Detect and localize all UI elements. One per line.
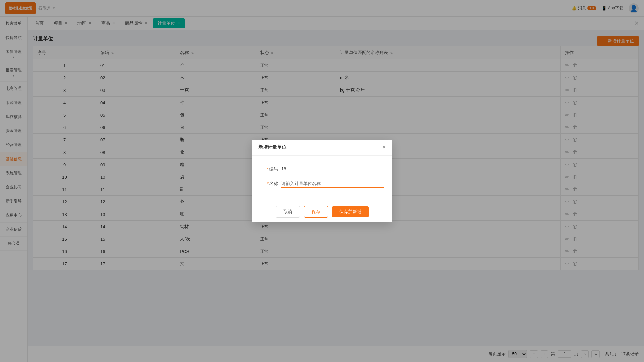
modal-body: *编码 *名称 [252, 156, 392, 201]
save-button[interactable]: 保存 [304, 206, 328, 218]
modal-header: 新增计量单位 × [252, 140, 392, 156]
code-input[interactable] [281, 165, 384, 173]
modal: 新增计量单位 × *编码 *名称 取消 保存 保存并新增 [252, 140, 392, 222]
name-required-mark: * [267, 181, 269, 186]
code-required-mark: * [267, 166, 269, 171]
cancel-button[interactable]: 取消 [276, 206, 300, 218]
name-label: *名称 [260, 181, 278, 187]
code-label: *编码 [260, 166, 278, 172]
modal-close-btn[interactable]: × [383, 144, 386, 150]
save-new-button[interactable]: 保存并新增 [332, 206, 369, 217]
name-input[interactable] [281, 180, 384, 188]
modal-title: 新增计量单位 [258, 144, 286, 150]
modal-overlay[interactable]: 新增计量单位 × *编码 *名称 取消 保存 保存并新增 [0, 0, 644, 362]
code-form-row: *编码 [260, 165, 384, 173]
modal-footer: 取消 保存 保存并新增 [252, 201, 392, 222]
name-form-row: *名称 [260, 180, 384, 188]
